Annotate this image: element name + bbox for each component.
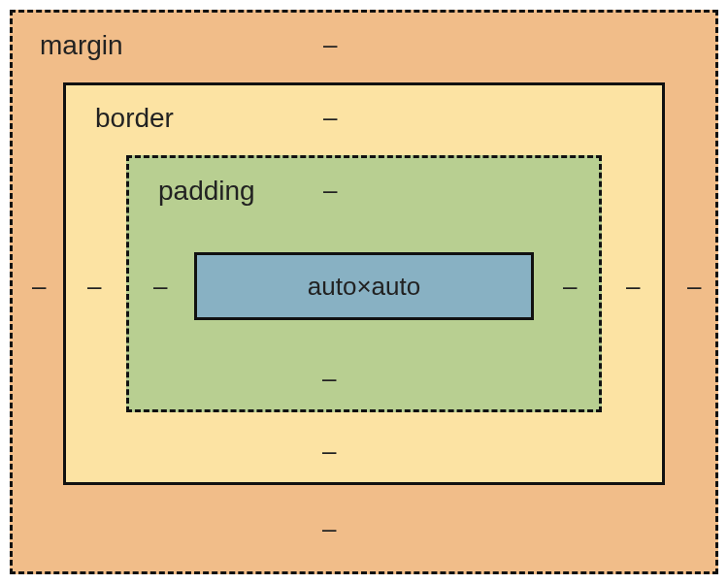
border-left-value: – — [87, 272, 101, 302]
border-label: border — [95, 103, 174, 134]
margin-label: margin — [40, 30, 123, 61]
margin-left-value: – — [32, 272, 46, 302]
box-model-diagram: margin – border – padding – auto×auto – … — [0, 0, 728, 584]
margin-right-value: – — [687, 272, 701, 302]
padding-left-value: – — [153, 272, 167, 302]
padding-right-value: – — [563, 272, 577, 302]
padding-bottom-value: – — [322, 364, 336, 394]
border-right-value: – — [626, 272, 640, 302]
padding-top-value: – — [323, 176, 337, 206]
margin-top-value: – — [323, 30, 337, 60]
border-bottom-value: – — [322, 437, 336, 467]
margin-bottom-value: – — [322, 514, 336, 544]
content-box: auto×auto — [194, 252, 534, 320]
border-top-value: – — [323, 103, 337, 133]
content-dimensions: auto×auto — [308, 272, 420, 302]
padding-label: padding — [158, 176, 255, 207]
